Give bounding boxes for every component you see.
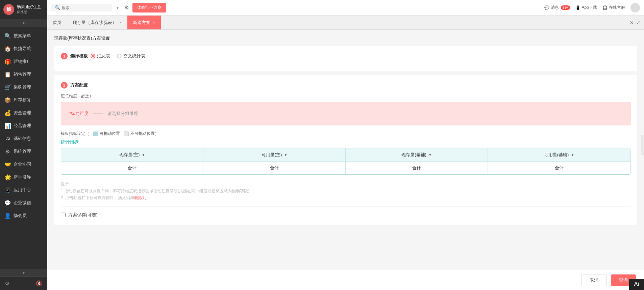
sidebar-item-operation[interactable]: 📊经营管理 bbox=[0, 119, 47, 132]
indicator-settings-label: 模板指标设定（ bbox=[61, 131, 89, 137]
radio-cross[interactable]: 交叉统计表 bbox=[117, 53, 145, 59]
cancel-button[interactable]: 取消 bbox=[581, 274, 607, 286]
tab-inventory-status[interactable]: 现存量（库存状况表） × bbox=[67, 16, 127, 29]
stats-table-body: 合计合计合计合计 bbox=[61, 161, 630, 174]
search-box[interactable]: 🔍 bbox=[51, 4, 112, 11]
sidebar-settings-icon[interactable]: ⚙ bbox=[5, 280, 9, 287]
stats-col-2-header[interactable]: 现存量(基辅)▼ bbox=[346, 148, 488, 161]
tab-inventory-close-icon[interactable]: × bbox=[119, 20, 122, 25]
step1-card: 1 选择模板 汇总表 交叉统计表 bbox=[54, 46, 637, 71]
right-slider[interactable] bbox=[641, 135, 644, 155]
stats-table-header: 现存量(主)▼可用量(主)▼现存量(基辅)▼可用量(基辅)▼ bbox=[61, 148, 630, 161]
sidebar-item-enterprise[interactable]: 🤝企业协同 bbox=[0, 158, 47, 171]
sidebar-item-member[interactable]: 👤畅会员 bbox=[0, 209, 47, 222]
topbar-gear-icon[interactable]: ⚙ bbox=[124, 4, 129, 11]
sidebar-label-member: 畅会员 bbox=[14, 213, 27, 219]
sidebar-item-basic-info[interactable]: 🗂基础信息 bbox=[0, 132, 47, 145]
ai-badge[interactable]: Ai bbox=[629, 279, 644, 290]
stats-label: 统计指标 bbox=[61, 139, 630, 145]
stats-col-0-chevron[interactable]: ▼ bbox=[142, 153, 145, 157]
sidebar-icon-operation: 📊 bbox=[5, 123, 11, 129]
draggable-toggle: 可拖动位置 bbox=[93, 131, 120, 137]
sidebar-label-quick-nav: 快捷导航 bbox=[14, 46, 31, 52]
sidebar-icon-system: ⚙ bbox=[5, 148, 11, 154]
sidebar-item-sales[interactable]: 📋销售管理 bbox=[0, 68, 47, 81]
sidebar-item-search-menu[interactable]: 🔍搜索菜单 bbox=[0, 29, 47, 42]
stats-col-1-label: 可用量(主) bbox=[262, 152, 282, 158]
sidebar: 畅 畅康通好生意 标准版 ▲ 🔍搜索菜单🏠快捷导航🎁营销推广📋销售管理🛒采购管理… bbox=[0, 0, 47, 290]
tab-home[interactable]: 首页 bbox=[47, 16, 67, 29]
non-draggable-toggle-box bbox=[124, 131, 129, 136]
sidebar-item-inventory[interactable]: 📦库存核算 bbox=[0, 94, 47, 106]
draggable-toggle-box bbox=[93, 131, 98, 136]
tab-actions: ✕ ⤢ bbox=[630, 20, 644, 25]
radio-summary[interactable]: 汇总表 bbox=[91, 53, 110, 59]
tab-new-plan[interactable]: 新建方案 × bbox=[127, 16, 161, 29]
sidebar-label-search-menu: 搜索菜单 bbox=[14, 33, 31, 39]
sidebar-item-quick-nav[interactable]: 🏠快捷导航 bbox=[0, 42, 47, 55]
online-service-label: 在线客服 bbox=[609, 5, 625, 10]
sidebar-item-purchase[interactable]: 🛒采购管理 bbox=[0, 81, 47, 94]
tips-highlight: 删除列 bbox=[134, 195, 146, 200]
sidebar-icon-basic-info: 🗂 bbox=[5, 136, 11, 142]
logo-icon: 畅 bbox=[3, 4, 14, 15]
stats-col-3-chevron[interactable]: ▼ bbox=[571, 153, 574, 157]
search-input[interactable] bbox=[61, 5, 105, 10]
trial-button[interactable]: 体验行业方案 bbox=[132, 3, 166, 13]
sidebar-item-wechat[interactable]: 💬企业微信 bbox=[0, 196, 47, 209]
sidebar-item-marketing[interactable]: 🎁营销推广 bbox=[0, 55, 47, 68]
sidebar-sound-icon[interactable]: 🔇 bbox=[36, 280, 43, 287]
app-download-group[interactable]: 📱 App下载 bbox=[575, 5, 597, 10]
sidebar-icon-app-center: 📱 bbox=[5, 187, 11, 193]
tab-close-all-icon[interactable]: ✕ bbox=[630, 20, 634, 25]
topbar-chevron-icon[interactable]: ▼ bbox=[116, 5, 120, 10]
save-row: 方案保存(可选) bbox=[61, 206, 630, 218]
sidebar-item-newbie[interactable]: 🌟新手引导 bbox=[0, 171, 47, 184]
sidebar-icon-newbie: 🌟 bbox=[5, 174, 11, 180]
sidebar-footer: ⚙ 🔇 bbox=[0, 276, 47, 290]
radio-cross-circle bbox=[117, 54, 122, 58]
sidebar-icon-wechat: 💬 bbox=[5, 200, 11, 206]
stats-col-2-chevron[interactable]: ▼ bbox=[428, 153, 432, 157]
sidebar-label-app-center: 应用中心 bbox=[14, 187, 31, 193]
sidebar-item-finance[interactable]: 💰资金管理 bbox=[0, 106, 47, 119]
sidebar-item-app-center[interactable]: 📱应用中心 bbox=[0, 184, 47, 196]
tab-home-label: 首页 bbox=[53, 20, 61, 26]
sidebar-scroll-down[interactable]: ▼ bbox=[0, 269, 47, 276]
save-checkbox[interactable] bbox=[61, 213, 66, 217]
bottom-bar: 取消 查询 bbox=[47, 270, 644, 290]
online-service-group[interactable]: 🎧 在线客服 bbox=[602, 5, 625, 10]
sidebar-scroll-up[interactable]: ▲ bbox=[0, 19, 47, 27]
sidebar-label-sales: 销售管理 bbox=[14, 71, 31, 77]
logo-text-group: 畅康通好生意 标准版 bbox=[17, 4, 41, 15]
message-icon: 💬 bbox=[544, 5, 549, 10]
message-label: 消息 bbox=[551, 5, 559, 10]
sidebar-icon-finance: 💰 bbox=[5, 110, 11, 116]
sidebar-icon-quick-nav: 🏠 bbox=[5, 46, 11, 52]
message-group[interactable]: 💬 消息 99+ bbox=[544, 5, 570, 10]
stats-col-2-label: 现存量(基辅) bbox=[401, 152, 426, 158]
tips-item-1: 1.拖动标题栏可以调整布局，不可跨维度或指标区域拖动栏目字段(只能在同一维度或指… bbox=[61, 188, 630, 194]
stats-col-3-header[interactable]: 可用量(基辅)▼ bbox=[488, 148, 630, 161]
page-title: 现存量(库存状况表)方案设置 bbox=[54, 35, 637, 41]
stats-col-1-chevron[interactable]: ▼ bbox=[284, 153, 287, 157]
sidebar-label-purchase: 采购管理 bbox=[14, 84, 31, 90]
dimension-box[interactable]: *纵向维度 —— 请选择分组维度 bbox=[61, 102, 630, 125]
sidebar-logo: 畅 畅康通好生意 标准版 bbox=[0, 0, 47, 19]
user-avatar[interactable] bbox=[630, 3, 640, 13]
sidebar-item-system[interactable]: ⚙系统管理 bbox=[0, 145, 47, 158]
sidebar-label-finance: 资金管理 bbox=[14, 110, 31, 116]
step1-num: 1 bbox=[61, 53, 68, 59]
indicator-settings-row: 模板指标设定（ 可拖动位置 不可拖动位置） bbox=[61, 131, 630, 137]
tab-fullscreen-icon[interactable]: ⤢ bbox=[637, 20, 641, 25]
sidebar-label-newbie: 新手引导 bbox=[14, 174, 31, 180]
tab-inventory-label: 现存量（库存状况表） bbox=[73, 20, 117, 26]
search-icon: 🔍 bbox=[55, 5, 60, 10]
stats-col-0-header[interactable]: 现存量(主)▼ bbox=[61, 148, 203, 161]
app-download-icon: 📱 bbox=[575, 5, 580, 10]
sidebar-nav: 🔍搜索菜单🏠快捷导航🎁营销推广📋销售管理🛒采购管理📦库存核算💰资金管理📊经营管理… bbox=[0, 27, 47, 269]
tab-new-plan-close-icon[interactable]: × bbox=[153, 20, 155, 25]
stats-col-1-header[interactable]: 可用量(主)▼ bbox=[203, 148, 346, 161]
sidebar-label-inventory: 库存核算 bbox=[14, 97, 31, 103]
sidebar-label-operation: 经营管理 bbox=[14, 123, 31, 129]
